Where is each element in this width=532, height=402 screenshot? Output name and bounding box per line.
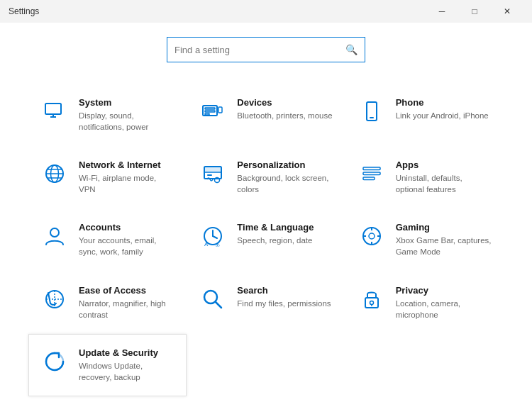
- privacy-desc: Location, camera, microphone: [396, 298, 492, 320]
- main-content: 🔍 System Display, sound, notifications, …: [0, 23, 532, 402]
- update-desc: Windows Update, recovery, backup: [79, 360, 174, 383]
- time-title: Time & Language: [237, 222, 333, 233]
- settings-window: Settings ─ □ ✕ 🔍: [0, 0, 532, 402]
- gaming-title: Gaming: [396, 222, 492, 233]
- accounts-text: Accounts Your accounts, email, sync, wor…: [79, 222, 174, 257]
- update-title: Update & Security: [79, 347, 174, 358]
- gaming-icon: [358, 222, 386, 250]
- window-controls: ─ □ ✕: [426, 0, 523, 23]
- settings-item-devices[interactable]: Devices Bluetooth, printers, mouse: [187, 84, 345, 146]
- svg-rect-6: [205, 113, 209, 115]
- settings-item-time[interactable]: A あ Time & Language Speech, region, date: [187, 208, 345, 271]
- ease-title: Ease of Access: [79, 285, 174, 296]
- phone-text: Phone Link your Android, iPhone: [396, 97, 492, 121]
- svg-line-39: [216, 302, 221, 308]
- update-text: Update & Security Windows Update, recove…: [79, 347, 174, 383]
- close-button[interactable]: ✕: [491, 0, 523, 23]
- settings-item-gaming[interactable]: Gaming Xbox Game Bar, captures, Game Mod…: [345, 208, 504, 271]
- settings-item-apps[interactable]: Apps Uninstall, defaults, optional featu…: [345, 146, 504, 208]
- minimize-button[interactable]: ─: [426, 0, 458, 23]
- personalization-icon: [199, 160, 227, 188]
- search-box[interactable]: 🔍: [167, 37, 365, 62]
- svg-point-41: [370, 301, 373, 304]
- settings-item-phone[interactable]: Phone Link your Android, iPhone: [345, 84, 504, 146]
- svg-rect-7: [218, 107, 222, 113]
- svg-point-29: [369, 233, 375, 239]
- update-icon: [40, 347, 69, 376]
- time-text: Time & Language Speech, region, date: [237, 222, 333, 246]
- search-desc: Find my files, permissions: [237, 298, 333, 309]
- devices-desc: Bluetooth, printers, mouse: [237, 110, 333, 121]
- settings-item-system[interactable]: System Display, sound, notifications, po…: [28, 84, 187, 146]
- gaming-desc: Xbox Game Bar, captures, Game Mode: [396, 235, 492, 257]
- search-input[interactable]: [174, 45, 345, 55]
- gaming-text: Gaming Xbox Game Bar, captures, Game Mod…: [396, 222, 492, 257]
- privacy-text: Privacy Location, camera, microphone: [396, 285, 492, 320]
- time-desc: Speech, region, date: [237, 235, 333, 246]
- network-text: Network & Internet Wi-Fi, airplane mode,…: [79, 160, 174, 195]
- search-title: Search: [237, 285, 333, 296]
- devices-text: Devices Bluetooth, printers, mouse: [237, 97, 333, 121]
- window-title: Settings: [9, 6, 39, 16]
- settings-item-update[interactable]: Update & Security Windows Update, recove…: [28, 334, 187, 396]
- search-setting-icon: [199, 285, 227, 313]
- settings-item-privacy[interactable]: Privacy Location, camera, microphone: [345, 272, 504, 334]
- svg-rect-21: [363, 177, 375, 180]
- title-bar: Settings ─ □ ✕: [0, 0, 532, 23]
- settings-item-search[interactable]: Search Find my files, permissions: [187, 272, 345, 334]
- svg-text:あ: あ: [216, 242, 220, 247]
- search-container: 🔍: [28, 37, 504, 62]
- system-desc: Display, sound, notifications, power: [79, 110, 174, 133]
- personalization-title: Personalization: [237, 160, 333, 170]
- svg-line-37: [48, 293, 50, 303]
- svg-point-22: [50, 228, 59, 237]
- svg-rect-5: [205, 111, 215, 112]
- system-text: System Display, sound, notifications, po…: [79, 97, 174, 133]
- accounts-icon: [40, 222, 69, 250]
- network-icon: [40, 160, 69, 188]
- system-title: System: [79, 97, 174, 108]
- svg-rect-16: [204, 167, 221, 172]
- svg-rect-0: [45, 104, 61, 114]
- search-icon: 🔍: [345, 44, 358, 55]
- svg-rect-19: [363, 167, 380, 170]
- accounts-desc: Your accounts, email, sync, work, family: [79, 235, 174, 257]
- personalization-text: Personalization Background, lock screen,…: [237, 160, 333, 195]
- settings-grid: System Display, sound, notifications, po…: [28, 84, 504, 396]
- system-icon: [40, 97, 69, 125]
- time-icon: A あ: [199, 222, 227, 250]
- search-text: Search Find my files, permissions: [237, 285, 333, 309]
- apps-text: Apps Uninstall, defaults, optional featu…: [396, 160, 492, 195]
- phone-icon: [358, 97, 386, 125]
- ease-icon: [40, 285, 69, 313]
- maximize-button[interactable]: □: [458, 0, 491, 23]
- ease-text: Ease of Access Narrator, magnifier, high…: [79, 285, 174, 320]
- privacy-title: Privacy: [396, 285, 492, 296]
- privacy-icon: [358, 285, 386, 313]
- ease-desc: Narrator, magnifier, high contrast: [79, 298, 174, 320]
- svg-rect-4: [205, 108, 215, 109]
- settings-item-ease[interactable]: Ease of Access Narrator, magnifier, high…: [28, 272, 187, 334]
- accounts-title: Accounts: [79, 222, 174, 233]
- network-desc: Wi-Fi, airplane mode, VPN: [79, 172, 174, 195]
- apps-title: Apps: [396, 160, 492, 170]
- devices-title: Devices: [237, 97, 333, 108]
- apps-desc: Uninstall, defaults, optional features: [396, 172, 492, 195]
- apps-icon: [358, 160, 386, 188]
- settings-item-network[interactable]: Network & Internet Wi-Fi, airplane mode,…: [28, 146, 187, 208]
- svg-text:A: A: [204, 241, 209, 247]
- devices-icon: [199, 97, 227, 125]
- phone-title: Phone: [396, 97, 492, 108]
- settings-item-personalization[interactable]: Personalization Background, lock screen,…: [187, 146, 345, 208]
- svg-line-25: [213, 236, 217, 238]
- network-title: Network & Internet: [79, 160, 174, 170]
- personalization-desc: Background, lock screen, colors: [237, 172, 333, 195]
- svg-rect-20: [363, 172, 380, 175]
- phone-desc: Link your Android, iPhone: [396, 110, 492, 121]
- settings-item-accounts[interactable]: Accounts Your accounts, email, sync, wor…: [28, 208, 187, 271]
